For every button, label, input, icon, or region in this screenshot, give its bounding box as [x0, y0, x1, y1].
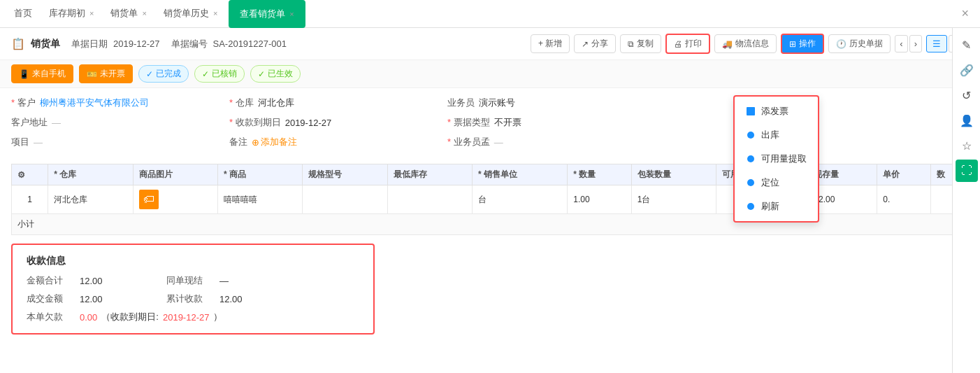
tab-sales-history[interactable]: 销货单历史 × [155, 0, 226, 28]
print-button[interactable]: 🖨 打印 [665, 34, 710, 54]
sidebar-user-icon[interactable]: 👤 [956, 109, 978, 132]
customer-field: 客户 柳州粤港平安气体有限公司 [11, 97, 207, 109]
col-quantity: * 数量 [568, 164, 631, 185]
sidebar-edit-icon[interactable]: ✎ [956, 34, 978, 56]
out-warehouse-icon [746, 130, 756, 140]
locate-item[interactable]: 定位 [735, 171, 818, 195]
copy-button[interactable]: ⧉ 复制 [620, 34, 661, 53]
new-button[interactable]: + 新增 [531, 34, 570, 53]
next-arrow[interactable]: › [909, 35, 922, 52]
payment-title: 收款信息 [27, 255, 359, 267]
staff-value: 演示账号 [479, 97, 515, 109]
customer-label: 客户 [11, 97, 36, 109]
effective-badge[interactable]: ✓ 已生效 [250, 65, 301, 83]
prev-arrow[interactable]: ‹ [895, 35, 907, 52]
completed-badge[interactable]: ✓ 已完成 [138, 65, 189, 83]
due-date-suffix: ） [213, 311, 222, 323]
tab-sales-order[interactable]: 销货单 × [102, 0, 154, 28]
tab-home[interactable]: 首页 [6, 0, 41, 28]
row-spec [303, 185, 387, 214]
same-order-item: 同单现结 — [166, 274, 306, 287]
due-date-value: 2019-12-27 [163, 312, 210, 323]
operations-icon: ⊞ [789, 39, 796, 49]
sales-rep-label: 业务员孟 [447, 136, 490, 148]
add-note-button[interactable]: ⊕ 添加备注 [252, 136, 297, 148]
total-amount-item: 金额合计 12.00 [27, 274, 166, 287]
sales-rep-field: 业务员孟 — [447, 136, 643, 148]
row-num: 1 [12, 185, 48, 214]
sidebar-link-icon[interactable]: 🔗 [956, 59, 978, 81]
add-invoice-item[interactable]: 添发票 [735, 99, 818, 123]
share-button[interactable]: ↗ 分享 [574, 34, 616, 53]
col-gear: ⚙ [12, 164, 48, 185]
col-min-stock: 最低库存 [387, 164, 472, 185]
col-sales-unit: * 销售单位 [472, 164, 567, 185]
right-sidebar: ✎ 🔗 ↺ 👤 ☆ ⛶ [952, 28, 980, 373]
product-image: 🏷 [139, 190, 159, 209]
same-order-value: — [219, 276, 229, 286]
sidebar-expand-icon[interactable]: ⛶ [956, 160, 978, 182]
current-arrears-item: 本单欠款 0.00 （收款到期日: 2019-12-27 ） [27, 311, 306, 323]
history-button[interactable]: 🕐 历史单据 [828, 34, 891, 53]
payment-date-value: 2019-12-27 [285, 118, 332, 128]
project-field: 项目 — [11, 136, 207, 148]
refresh-icon [746, 202, 756, 211]
col-product: * 商品 [217, 164, 302, 185]
tab-sales-history-close[interactable]: × [213, 9, 217, 17]
tab-inventory-init[interactable]: 库存期初 × [41, 0, 102, 28]
warehouse-value: 河北仓库 [258, 97, 294, 109]
ticket-icon: 🎫 [87, 69, 97, 79]
quantity-pickup-item[interactable]: 可用量提取 [735, 147, 818, 171]
doc-type-icon: 📋 [11, 37, 25, 50]
row-min-stock [387, 185, 472, 214]
row-pack-qty: 1台 [631, 185, 716, 214]
mobile-icon: 📱 [19, 69, 29, 79]
warehouse-label: 仓库 [229, 97, 254, 109]
payment-grid: 金额合计 12.00 同单现结 — 成交金额 12.00 累计收款 12.00 … [27, 274, 359, 323]
cumulative-receipt-label: 累计收款 [166, 293, 215, 305]
ticket-type-field: 票据类型 不开票 [447, 116, 643, 129]
logistics-icon: 🚚 [722, 39, 733, 49]
customer-value[interactable]: 柳州粤港平安气体有限公司 [40, 97, 149, 109]
col-warehouse: * 仓库 [48, 164, 133, 185]
sidebar-star-icon[interactable]: ☆ [956, 134, 978, 157]
sub-toolbar: 📱 来自手机 🎫 未开票 ✓ 已完成 ✓ 已核销 ✓ 已生效 [0, 60, 980, 88]
doc-number-label: 单据编号 SA-20191227-001 [171, 38, 287, 50]
not-opened-button[interactable]: 🎫 未开票 [79, 64, 133, 83]
doc-type-label: 销货单 [31, 38, 60, 50]
cumulative-receipt-item: 累计收款 12.00 [166, 293, 306, 305]
from-mobile-button[interactable]: 📱 来自手机 [11, 64, 73, 83]
out-warehouse-item[interactable]: 出库 [735, 123, 818, 147]
operations-button[interactable]: ⊞ 操作 [781, 34, 824, 54]
form-area: 客户 柳州粤港平安气体有限公司 仓库 河北仓库 业务员 演示账号 客户地址 — … [0, 88, 980, 164]
due-date-prefix: （收款到期日: [101, 311, 159, 323]
row-warehouse: 河北仓库 [48, 185, 133, 214]
history-icon: 🕐 [836, 39, 846, 49]
tab-view-sales-close[interactable]: × [289, 10, 294, 18]
list-view-btn[interactable]: ☰ [926, 35, 947, 52]
row-unit-price: 0. [877, 185, 931, 214]
window-close-button[interactable]: × [956, 6, 974, 21]
project-label: 项目 [11, 136, 29, 148]
tab-sales-order-close[interactable]: × [142, 9, 146, 17]
row-product-img: 🏷 [133, 185, 217, 214]
plus-icon: ⊕ [252, 137, 259, 148]
sidebar-refresh-icon[interactable]: ↺ [956, 84, 978, 106]
cancelled-badge[interactable]: ✓ 已核销 [194, 65, 245, 83]
staff-label: 业务员 [447, 97, 475, 109]
sales-rep-value: — [494, 137, 503, 148]
transaction-amount-item: 成交金额 12.00 [27, 293, 166, 305]
warehouse-field: 仓库 河北仓库 [229, 97, 425, 109]
current-arrears-label: 本单欠款 [27, 311, 75, 323]
tab-inventory-init-close[interactable]: × [89, 9, 94, 17]
address-label: 客户地址 [11, 116, 48, 129]
doc-title: 📋 销货单 [11, 37, 60, 50]
subtotal-label: 小计 [12, 214, 969, 235]
form-row-1: 客户 柳州粤港平安气体有限公司 仓库 河北仓库 业务员 演示账号 [11, 97, 969, 109]
table-row: 1 河北仓库 🏷 嘻嘻嘻嘻 台 1.00 1台 12.00 0. [12, 185, 969, 214]
refresh-item[interactable]: 刷新 [735, 195, 818, 218]
logistics-button[interactable]: 🚚 物流信息 [714, 34, 777, 53]
effective-check-icon: ✓ [258, 69, 265, 79]
tab-view-sales[interactable]: 查看销货单 × [229, 0, 305, 28]
doc-actions: + 新增 ↗ 分享 ⧉ 复制 🖨 打印 🚚 物流信息 ⊞ 操作 � [531, 34, 969, 54]
